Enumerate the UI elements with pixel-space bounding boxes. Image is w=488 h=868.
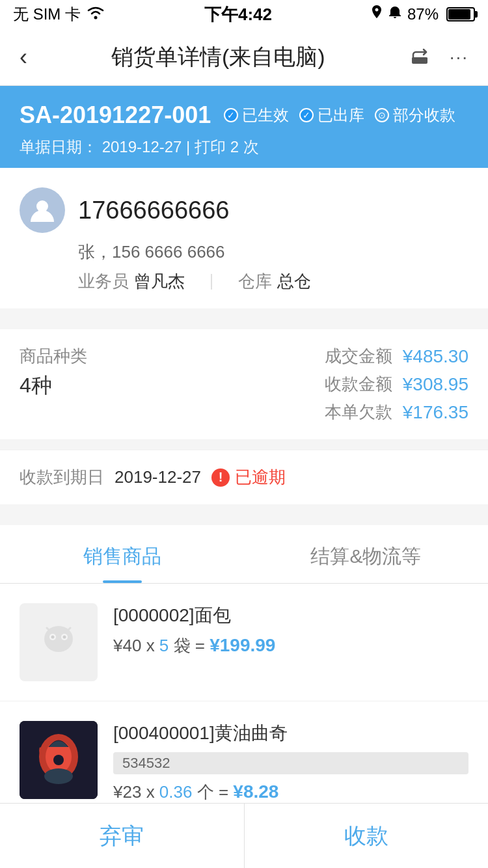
customer-row: 17666666666: [20, 187, 468, 233]
collect-button[interactable]: 收款: [245, 804, 489, 868]
product-qty-1: 5: [159, 636, 169, 655]
abandon-button[interactable]: 弃审: [0, 804, 245, 868]
due-date-value: 2019-12-27: [115, 467, 201, 487]
check-icon-2: ✓: [299, 108, 314, 122]
location-icon: [371, 5, 383, 23]
separator-2: [0, 504, 488, 515]
page-title: 销货单详情(来自电脑): [111, 42, 325, 72]
svg-point-0: [94, 16, 98, 20]
salesperson-value: 曾凡杰: [134, 270, 185, 293]
status-badge-effective: ✓ 已生效: [224, 105, 289, 126]
product-batch-2: 534532: [113, 752, 468, 774]
due-date-label: 收款到期日: [20, 466, 104, 489]
back-button[interactable]: ‹: [20, 44, 27, 71]
check-icon-1: ✓: [224, 108, 238, 122]
received-amount-value: ¥308.95: [403, 374, 468, 395]
product-qty-2: 0.36: [159, 782, 193, 802]
product-thumb-2: [20, 721, 98, 799]
debt-amount-value: ¥176.35: [403, 402, 468, 423]
status-bar-right: 87%: [371, 5, 475, 23]
customer-name: 17666666666: [78, 197, 229, 224]
status-bar-time: 下午4:42: [204, 3, 272, 26]
stats-right: 成交金额 ¥485.30 收款金额 ¥308.95 本单欠款 ¥176.35: [325, 345, 468, 424]
product-eq-1: =: [195, 636, 210, 655]
stats-row: 商品种类 4种 成交金额 ¥485.30 收款金额 ¥308.95 本单欠款 ¥…: [20, 345, 468, 424]
status-bar: 无 SIM 卡 下午4:42 87%: [0, 0, 488, 29]
product-total-2: ¥8.28: [233, 781, 278, 802]
wifi-icon: [86, 5, 105, 23]
product-thumb-1: [20, 603, 98, 681]
received-amount-label: 收款金额: [325, 373, 392, 396]
due-section: 收款到期日 2019-12-27 ! 已逾期: [0, 450, 488, 504]
customer-info-row: 业务员 曾凡杰 仓库 总仓: [78, 270, 468, 293]
debt-amount-label: 本单欠款: [325, 401, 392, 424]
share-button[interactable]: [409, 44, 430, 70]
product-types-label: 商品种类: [20, 345, 87, 368]
bottom-bar: 弃审 收款: [0, 803, 488, 868]
stats-left: 商品种类 4种: [20, 345, 87, 400]
product-eq-2: =: [219, 782, 233, 802]
received-amount-row: 收款金额 ¥308.95: [325, 373, 468, 396]
product-price-mult-2: x: [146, 782, 159, 802]
product-code-2: [000400001]黄油曲奇: [113, 721, 468, 746]
product-code-1: [0000002]面包: [113, 603, 468, 628]
order-meta: 单据日期： 2019-12-27 | 打印 2 次: [20, 137, 468, 157]
customer-contact: 张，156 6666 6666: [78, 241, 468, 264]
battery-percentage: 87%: [407, 5, 439, 23]
alarm-icon: [388, 5, 402, 23]
overdue-badge: ! 已逾期: [211, 466, 286, 489]
info-divider: [211, 274, 212, 290]
products-section: [0000002]面包 ¥40 x 5 袋 = ¥199.99: [0, 584, 488, 824]
order-number-row: SA-20191227-001 ✓ 已生效 ✓ 已出库 ⊙ 部分收款: [20, 102, 468, 129]
product-info-1: [0000002]面包 ¥40 x 5 袋 = ¥199.99: [113, 603, 468, 657]
separator-1: [0, 308, 488, 319]
order-number: SA-20191227-001: [20, 102, 211, 129]
nav-bar: ‹ 销货单详情(来自电脑) ···: [0, 29, 488, 86]
product-total-1: ¥199.99: [210, 635, 275, 655]
avatar-icon: [28, 196, 57, 224]
status-badge-partial: ⊙ 部分收款: [375, 105, 455, 126]
product-price-row-2: ¥23 x 0.36 个 = ¥8.28: [113, 781, 468, 804]
order-banner: SA-20191227-001 ✓ 已生效 ✓ 已出库 ⊙ 部分收款 单据日期：…: [0, 86, 488, 168]
status-text-1: 已生效: [242, 105, 289, 126]
deal-amount-row: 成交金额 ¥485.30: [325, 345, 468, 368]
overdue-text: 已逾期: [235, 466, 286, 489]
debt-amount-row: 本单欠款 ¥176.35: [325, 401, 468, 424]
product-price-mult-1: x: [146, 636, 159, 655]
battery-icon: [446, 7, 475, 21]
deal-amount-label: 成交金额: [325, 345, 392, 368]
tab-settlement-label: 结算&物流等: [310, 545, 421, 567]
carrier-text: 无 SIM 卡: [13, 4, 81, 25]
tabs-section: 销售商品 结算&物流等: [0, 525, 488, 584]
more-button[interactable]: ···: [450, 47, 468, 68]
status-text-2: 已出库: [318, 105, 364, 126]
product-info-2: [000400001]黄油曲奇 534532 ¥23 x 0.36 个 = ¥8…: [113, 721, 468, 804]
nav-right-actions: ···: [409, 44, 468, 70]
salesperson-label: 业务员: [78, 270, 129, 293]
customer-section: 17666666666 张，156 6666 6666 业务员 曾凡杰 仓库 总…: [0, 168, 488, 308]
svg-point-6: [51, 636, 55, 639]
product-price-2: ¥23: [113, 782, 141, 802]
overdue-icon: !: [211, 468, 230, 487]
stats-section: 商品种类 4种 成交金额 ¥485.30 收款金额 ¥308.95 本单欠款 ¥…: [0, 329, 488, 439]
product-placeholder-icon: [33, 616, 85, 668]
print-info: | 打印 2 次: [186, 138, 259, 156]
warehouse-value: 总仓: [277, 270, 311, 293]
svg-point-11: [53, 755, 64, 765]
product-types-value: 4种: [20, 372, 87, 400]
svg-point-12: [44, 768, 73, 784]
doc-date-value: 2019-12-27: [102, 138, 182, 156]
deal-amount-value: ¥485.30: [403, 346, 468, 367]
product-unit-2: 个: [197, 782, 214, 802]
tab-settlement[interactable]: 结算&物流等: [244, 525, 488, 583]
clock-icon: ⊙: [375, 108, 389, 122]
warehouse-label: 仓库: [238, 270, 272, 293]
status-text-3: 部分收款: [393, 105, 455, 126]
tab-underline: [103, 580, 142, 583]
tab-sales-products-label: 销售商品: [83, 545, 161, 567]
product-thumb-owl: [33, 616, 85, 668]
product-unit-1: 袋: [174, 636, 191, 655]
status-bar-left: 无 SIM 卡: [13, 4, 105, 25]
tab-sales-products[interactable]: 销售商品: [0, 525, 244, 583]
status-badge-shipped: ✓ 已出库: [299, 105, 364, 126]
